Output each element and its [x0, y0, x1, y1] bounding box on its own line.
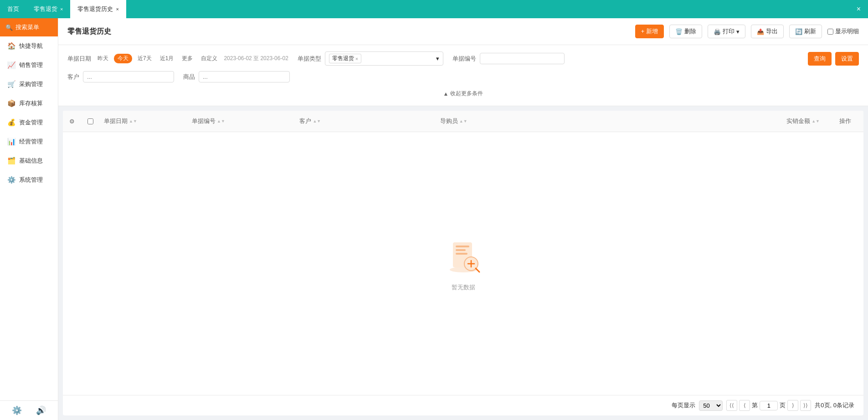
export-button[interactable]: 📤 导出 — [751, 25, 784, 38]
filter-customer: 客户 — [67, 71, 174, 82]
page-next-button[interactable]: ⟩ — [787, 400, 798, 411]
print-icon: 🖨️ — [714, 28, 721, 35]
date-options: 昨天 今天 近7天 近1月 更多 自定义 — [95, 54, 220, 63]
home-icon: 🏠 — [7, 42, 15, 50]
th-settings[interactable]: ⚙ — [63, 115, 81, 128]
sort-icon-guide: ▲▼ — [459, 120, 467, 123]
bill-no-input[interactable] — [480, 53, 565, 64]
page-last-button[interactable]: ⟩⟩ — [800, 400, 811, 411]
goods-input[interactable] — [199, 71, 290, 82]
operations-icon: 📊 — [7, 138, 15, 146]
tab-retail-return-label: 零售退货 — [34, 5, 57, 13]
sidebar-item-home[interactable]: 🏠 快捷导航 — [0, 36, 58, 56]
sidebar-item-finance[interactable]: 💰 资金管理 — [0, 113, 58, 132]
delete-label: 删除 — [684, 27, 696, 36]
sort-icon-amount: ▲▼ — [812, 120, 820, 123]
main-layout: 🔍 搜索菜单 🏠 快捷导航 📈 销售管理 🛒 采购管理 📦 库存核算 💰 资金管… — [0, 18, 868, 420]
sidebar-item-inventory-label: 库存核算 — [19, 99, 43, 108]
collapse-more-button[interactable]: ▲ 收起更多条件 — [67, 88, 859, 99]
date-opt-today[interactable]: 今天 — [114, 54, 132, 63]
sort-icon-billno: ▲▼ — [217, 120, 225, 123]
filter-area: 单据日期 昨天 今天 近7天 近1月 更多 自定义 2023-06-02 至 2… — [58, 45, 868, 106]
sidebar-item-basic-info-label: 基础信息 — [19, 157, 43, 165]
page-first-button[interactable]: ⟨⟨ — [726, 400, 737, 411]
th-spacer — [543, 118, 750, 124]
page-prev-button[interactable]: ⟨ — [739, 400, 750, 411]
collapse-label: 收起更多条件 — [450, 90, 483, 97]
sales-icon: 📈 — [7, 61, 15, 69]
export-label: 导出 — [766, 27, 778, 36]
refresh-icon: 🔄 — [795, 28, 802, 35]
date-opt-7days[interactable]: 近7天 — [135, 54, 154, 63]
delete-icon: 🗑️ — [675, 28, 683, 35]
new-button[interactable]: + 新增 — [635, 25, 664, 38]
content-area: 零售退货历史 + 新增 🗑️ 删除 🖨️ 打印 ▾ 📤 导出 🔄 — [58, 18, 868, 420]
th-guide[interactable]: 导购员 ▲▼ — [436, 114, 543, 128]
th-customer[interactable]: 客户 ▲▼ — [295, 114, 435, 128]
sidebar-item-operations-label: 经营管理 — [19, 138, 43, 146]
bill-type-tag: 零售退货 × — [329, 54, 361, 63]
bill-type-tag-close[interactable]: × — [355, 56, 358, 61]
query-button[interactable]: 查询 — [808, 52, 832, 66]
sidebar-item-operations[interactable]: 📊 经营管理 — [0, 132, 58, 151]
settings-button[interactable]: 设置 — [835, 52, 859, 66]
empty-state: 暂无数据 — [63, 132, 863, 395]
th-amount[interactable]: 实销金额 ▲▼ — [750, 114, 827, 128]
date-opt-custom[interactable]: 自定义 — [198, 54, 220, 63]
bill-no-label: 单据编号 — [452, 55, 476, 63]
empty-icon — [443, 236, 484, 278]
tab-home-label: 首页 — [7, 5, 19, 13]
sidebar-search-label: 搜索菜单 — [15, 23, 39, 31]
svg-rect-2 — [456, 246, 469, 247]
search-icon: 🔍 — [5, 24, 13, 31]
sidebar-item-finance-label: 资金管理 — [19, 118, 43, 127]
sidebar-bottom: ⚙️ 🔊 — [0, 400, 58, 420]
date-opt-1month[interactable]: 近1月 — [157, 54, 177, 63]
window-close-button[interactable]: × — [857, 5, 868, 13]
page-size-select[interactable]: 20 50 100 — [699, 400, 723, 411]
select-all-checkbox[interactable] — [87, 118, 93, 124]
customer-input[interactable] — [83, 71, 174, 82]
print-arrow-icon: ▾ — [736, 28, 740, 35]
tab-retail-return-close[interactable]: × — [60, 6, 63, 12]
delete-button[interactable]: 🗑️ 删除 — [669, 25, 702, 38]
sidebar-item-home-label: 快捷导航 — [19, 42, 43, 50]
svg-rect-3 — [456, 249, 466, 251]
tab-retail-return-history[interactable]: 零售退货历史 × — [70, 0, 126, 18]
sidebar-item-basic-info[interactable]: 🗂️ 基础信息 — [0, 151, 58, 170]
page-label: 第 — [752, 401, 758, 410]
bill-type-label: 单据类型 — [298, 55, 321, 63]
th-checkbox[interactable] — [81, 116, 99, 127]
sidebar-item-system[interactable]: ⚙️ 系统管理 — [0, 170, 58, 190]
date-opt-more[interactable]: 更多 — [179, 54, 195, 63]
bill-type-select[interactable]: 零售退货 × ▾ — [325, 51, 443, 66]
tab-retail-return[interactable]: 零售退货 × — [26, 0, 70, 18]
sidebar-item-purchase-label: 采购管理 — [19, 80, 43, 88]
customer-label: 客户 — [67, 73, 79, 81]
th-customer-label: 客户 — [299, 117, 311, 125]
page-input[interactable] — [760, 401, 778, 410]
sidebar-search[interactable]: 🔍 搜索菜单 — [0, 18, 58, 36]
purchase-icon: 🛒 — [7, 80, 15, 88]
sidebar-item-inventory[interactable]: 📦 库存核算 — [0, 94, 58, 113]
sidebar-item-system-label: 系统管理 — [19, 176, 43, 184]
date-opt-yesterday[interactable]: 昨天 — [95, 54, 111, 63]
display-detail-checkbox[interactable] — [827, 29, 833, 35]
sidebar-item-purchase[interactable]: 🛒 采购管理 — [0, 75, 58, 94]
tab-retail-return-history-label: 零售退货历史 — [77, 5, 113, 13]
table-header: ⚙ 单据日期 ▲▼ 单据编号 ▲▼ 客户 ▲▼ 导购员 — [63, 111, 863, 132]
sidebar-item-sales-label: 销售管理 — [19, 61, 43, 69]
tab-home[interactable]: 首页 — [0, 0, 26, 18]
settings-bottom-icon[interactable]: ⚙️ — [12, 405, 22, 415]
th-bill-no[interactable]: 单据编号 ▲▼ — [187, 114, 295, 128]
refresh-button[interactable]: 🔄 刷新 — [789, 25, 822, 38]
refresh-label: 刷新 — [804, 27, 816, 36]
tab-retail-return-history-close[interactable]: × — [116, 6, 118, 12]
th-bill-date[interactable]: 单据日期 ▲▼ — [99, 114, 187, 128]
print-button[interactable]: 🖨️ 打印 ▾ — [708, 25, 745, 38]
th-action-label: 操作 — [839, 117, 851, 125]
sidebar-item-sales[interactable]: 📈 销售管理 — [0, 56, 58, 75]
table-area: ⚙ 单据日期 ▲▼ 单据编号 ▲▼ 客户 ▲▼ 导购员 — [63, 111, 863, 415]
sidebar: 🔍 搜索菜单 🏠 快捷导航 📈 销售管理 🛒 采购管理 📦 库存核算 💰 资金管… — [0, 18, 58, 420]
audio-icon[interactable]: 🔊 — [36, 405, 46, 415]
